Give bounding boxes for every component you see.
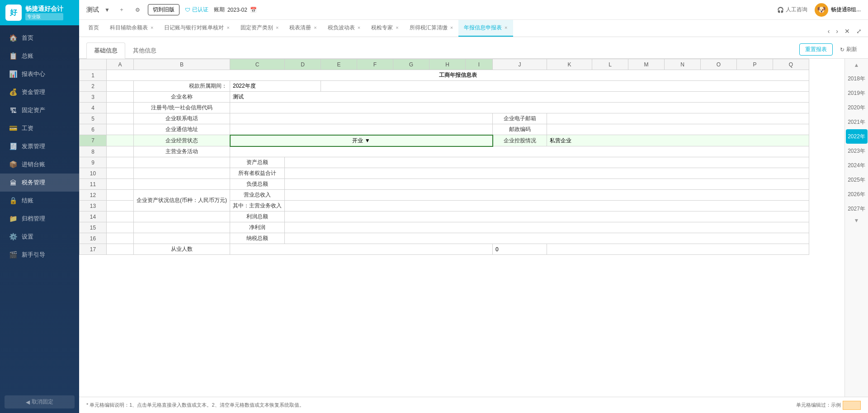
year-down-button[interactable]: ▼ (849, 216, 864, 225)
col-header-p[interactable]: P (737, 59, 773, 70)
col-header-e[interactable]: E (321, 59, 357, 70)
tab-close-icon[interactable]: × (450, 25, 453, 30)
tab-next-button[interactable]: › (833, 26, 841, 37)
subtab-basic[interactable]: 基础信息 (86, 42, 125, 59)
col-header-c[interactable]: C (230, 59, 285, 70)
tab-expand-button[interactable]: ⤢ (854, 26, 864, 37)
tab-close-icon[interactable]: × (226, 25, 229, 30)
cell-4a[interactable] (107, 103, 134, 113)
tab-税检专家[interactable]: 税检专家× (366, 20, 404, 37)
sidebar-item-settings[interactable]: ⚙️设置 (0, 228, 79, 246)
calendar-icon[interactable]: 📅 (250, 7, 257, 13)
col-header-h[interactable]: H (429, 59, 466, 70)
sidebar-item-close[interactable]: 🔒结账 (0, 192, 79, 210)
cell-15b[interactable] (134, 222, 230, 233)
col-header-n[interactable]: N (665, 59, 701, 70)
tab-固定资产类别[interactable]: 固定资产类别× (235, 20, 284, 37)
year-item-2020年[interactable]: 2020年 (846, 100, 868, 115)
cell-14b[interactable] (134, 211, 230, 222)
cell-11a[interactable] (107, 179, 134, 190)
cell-12d[interactable] (285, 190, 809, 201)
year-item-2023年[interactable]: 2023年 (846, 144, 868, 158)
col-header-j[interactable]: J (493, 59, 547, 70)
cell-15d[interactable] (285, 222, 809, 233)
cell-17c[interactable] (230, 244, 493, 255)
tab-close-all-button[interactable]: ✕ (842, 26, 853, 37)
sidebar-item-funds[interactable]: 💰资金管理 (0, 83, 79, 101)
sidebar-item-home[interactable]: 🏠首页 (0, 29, 79, 47)
tab-所得税汇算清缴[interactable]: 所得税汇算清缴× (404, 20, 458, 37)
cell-3a[interactable] (107, 92, 134, 103)
year-item-2024年[interactable]: 2024年 (846, 158, 868, 173)
add-button[interactable]: ＋ (115, 4, 128, 16)
cell-3c[interactable]: 测试 (230, 92, 809, 103)
cell-6c[interactable] (230, 124, 493, 135)
tab-close-icon[interactable]: × (396, 25, 398, 30)
cell-12a[interactable] (107, 190, 134, 201)
sidebar-item-ledger[interactable]: 📋总账 (0, 47, 79, 65)
sheet-scroll-wrapper[interactable]: A B C D E F G H I J K L (79, 59, 844, 397)
col-header-o[interactable]: O (701, 59, 737, 70)
refresh-button[interactable]: ↻ 刷新 (836, 44, 861, 55)
tab-日记账与银行对账单核对[interactable]: 日记账与银行对账单核对× (159, 20, 235, 37)
cell-7a[interactable] (107, 135, 134, 146)
cell-2a[interactable] (107, 81, 134, 92)
cell-9b[interactable] (134, 157, 230, 168)
col-header-a[interactable]: A (107, 59, 134, 70)
cell-5k[interactable] (547, 113, 809, 124)
tab-税表清册[interactable]: 税表清册× (284, 20, 322, 37)
col-header-g[interactable]: G (393, 59, 429, 70)
year-item-2025年[interactable]: 2025年 (846, 173, 868, 187)
year-item-2021年[interactable]: 2021年 (846, 115, 868, 129)
tab-close-icon[interactable]: × (314, 25, 316, 30)
cell-6k[interactable] (547, 124, 809, 135)
year-item-2026年[interactable]: 2026年 (846, 187, 868, 202)
cell-9d[interactable] (285, 157, 809, 168)
cell-16b[interactable] (134, 233, 230, 244)
col-header-b[interactable]: B (134, 59, 230, 70)
cell-5c[interactable] (230, 113, 493, 124)
sidebar-item-invoice[interactable]: 🧾发票管理 (0, 137, 79, 155)
service-button[interactable]: 🎧 人工咨询 (777, 6, 807, 14)
cell-17a[interactable] (107, 244, 134, 255)
col-header-i[interactable]: I (466, 59, 493, 70)
tab-prev-button[interactable]: ‹ (825, 26, 833, 37)
cell-14a[interactable] (107, 211, 134, 222)
settings-button[interactable]: ⚙ (132, 4, 144, 16)
year-item-2018年[interactable]: 2018年 (846, 71, 868, 86)
cell-6a[interactable] (107, 124, 134, 135)
cell-title[interactable]: 工商年报信息表 (107, 70, 809, 81)
sidebar-item-reports[interactable]: 📊报表中心 (0, 65, 79, 83)
tab-close-icon[interactable]: × (276, 25, 278, 30)
cell-13a[interactable] (107, 201, 134, 211)
sidebar-item-stock[interactable]: 📦进销台账 (0, 155, 79, 174)
sidebar-item-assets[interactable]: 🏗固定资产 (0, 101, 79, 119)
cell-14d[interactable] (285, 211, 809, 222)
cell-5a[interactable] (107, 113, 134, 124)
cell-7c-dropdown[interactable]: 开业 ▼ (230, 135, 493, 146)
topbar-dropdown[interactable]: ▼ (104, 7, 110, 13)
cell-2e[interactable] (321, 81, 809, 92)
cell-8a[interactable] (107, 146, 134, 157)
cell-7k[interactable]: 私营企业 (547, 135, 809, 146)
cell-9a[interactable] (107, 157, 134, 168)
col-header-l[interactable]: L (592, 59, 628, 70)
col-header-q[interactable]: Q (773, 59, 809, 70)
cell-16a[interactable] (107, 233, 134, 244)
cell-15a[interactable] (107, 222, 134, 233)
tab-首页[interactable]: 首页 (83, 20, 104, 37)
switch-version-button[interactable]: 切到旧版 (148, 4, 179, 15)
year-item-2019年[interactable]: 2019年 (846, 86, 868, 100)
year-item-2022年[interactable]: 2022年 (846, 129, 868, 144)
cell-17j[interactable]: 0 (493, 244, 547, 255)
cell-17k[interactable] (547, 244, 809, 255)
cell-13d[interactable] (285, 201, 809, 211)
tab-年报信息申报表[interactable]: 年报信息申报表× (458, 20, 513, 37)
cell-16d[interactable] (285, 233, 809, 244)
year-item-2027年[interactable]: 2027年 (846, 202, 868, 216)
cell-10a[interactable] (107, 168, 134, 179)
cell-11d[interactable] (285, 179, 809, 190)
cell-8c[interactable] (230, 146, 809, 157)
sidebar-item-archive[interactable]: 📁归档管理 (0, 210, 79, 228)
col-header-k[interactable]: K (547, 59, 592, 70)
